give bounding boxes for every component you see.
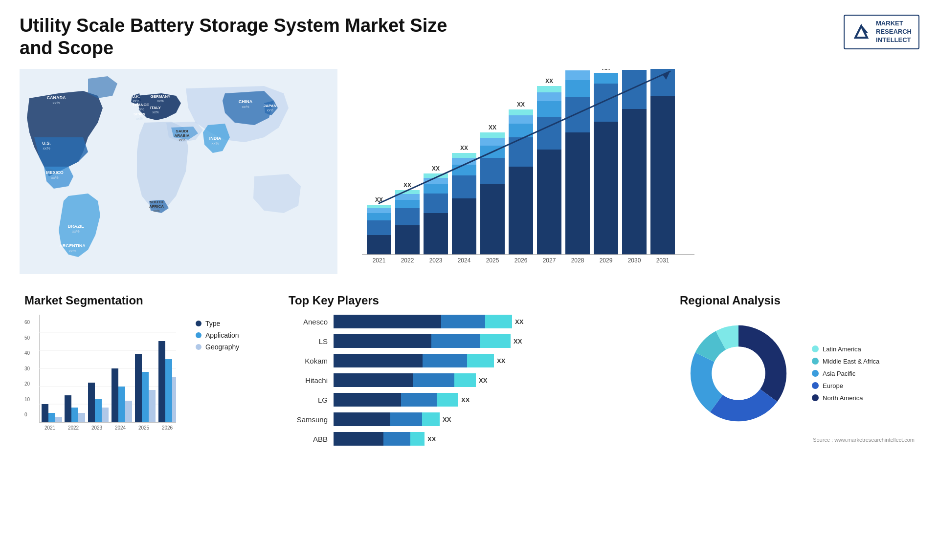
svg-text:2024: 2024: [458, 257, 471, 264]
svg-rect-116: [65, 395, 71, 422]
svg-text:xx%: xx%: [136, 117, 142, 120]
svg-rect-77: [565, 132, 590, 255]
svg-rect-129: [165, 359, 172, 422]
svg-text:XX: XX: [489, 124, 496, 131]
svg-rect-63: [480, 132, 505, 138]
legend-north-america: North America: [812, 394, 879, 402]
svg-text:GERMANY: GERMANY: [151, 94, 171, 99]
svg-text:2024: 2024: [115, 425, 126, 431]
svg-rect-127: [149, 390, 156, 422]
player-row-abb: ABB XX: [289, 432, 650, 446]
svg-rect-87: [622, 70, 647, 109]
svg-text:2026: 2026: [162, 425, 173, 431]
svg-text:xx%: xx%: [43, 146, 50, 151]
geography-dot: [196, 344, 201, 350]
regional-title: Regional Analysis: [680, 294, 915, 307]
svg-rect-82: [594, 122, 618, 255]
svg-rect-84: [594, 73, 618, 84]
svg-text:2023: 2023: [429, 257, 443, 264]
legend-asia-pacific: Asia Pacific: [812, 370, 879, 377]
growth-chart-section: XX XX XX XX: [352, 69, 919, 274]
page-header: Utility Scale Battery Storage System Mar…: [20, 15, 919, 59]
svg-text:2030: 2030: [628, 257, 641, 264]
player-bar-kokam: XX: [334, 354, 650, 367]
player-bar-ls: XX: [334, 334, 650, 348]
svg-rect-62: [480, 138, 505, 146]
logo-text: MARKET RESEARCH INTELLECT: [876, 20, 912, 44]
svg-rect-130: [172, 377, 176, 422]
source-text: Source : www.marketresearchintellect.com: [680, 437, 915, 443]
legend-mea: Middle East & Africa: [812, 358, 879, 365]
player-bar-lg: XX: [334, 393, 650, 407]
svg-rect-74: [537, 92, 561, 101]
legend-type: Type: [196, 320, 239, 327]
svg-text:2022: 2022: [68, 425, 79, 431]
svg-rect-41: [395, 225, 420, 255]
svg-point-142: [712, 347, 765, 400]
player-row-anesco: Anesco XX: [289, 315, 650, 328]
svg-text:xx%: xx%: [137, 108, 144, 111]
svg-rect-47: [424, 213, 448, 255]
svg-text:INDIA: INDIA: [209, 136, 222, 141]
svg-text:xx%: xx%: [51, 175, 58, 180]
players-section: Top Key Players Anesco XX LS: [284, 289, 655, 451]
svg-text:XX: XX: [432, 165, 440, 172]
legend-latin-america: Latin America: [812, 345, 879, 353]
svg-text:ITALY: ITALY: [150, 106, 161, 110]
logo-icon: [851, 22, 871, 42]
svg-text:2023: 2023: [91, 425, 103, 431]
svg-rect-80: [565, 70, 590, 80]
svg-rect-39: [367, 205, 391, 208]
player-bar-abb: XX: [334, 432, 650, 446]
svg-rect-75: [537, 86, 561, 92]
segmentation-title: Market Segmentation: [24, 294, 259, 307]
svg-rect-54: [452, 175, 476, 198]
svg-text:SOUTH: SOUTH: [150, 200, 163, 204]
asia-pacific-dot: [812, 370, 819, 377]
svg-rect-38: [367, 208, 391, 213]
svg-text:SAUDI: SAUDI: [176, 129, 188, 133]
svg-rect-83: [594, 84, 618, 122]
svg-text:xx%: xx%: [211, 141, 219, 146]
svg-text:CHINA: CHINA: [239, 99, 253, 104]
svg-rect-73: [537, 101, 561, 117]
svg-rect-125: [135, 354, 142, 422]
svg-rect-79: [565, 80, 590, 97]
svg-text:xx%: xx%: [179, 138, 185, 142]
svg-rect-65: [509, 167, 533, 255]
svg-text:xx%: xx%: [133, 99, 139, 103]
svg-text:ARABIA: ARABIA: [174, 133, 189, 138]
svg-rect-69: [509, 109, 533, 115]
bottom-section: Market Segmentation 0102030405060: [20, 289, 919, 451]
svg-rect-114: [48, 413, 55, 422]
segmentation-section: Market Segmentation 0102030405060: [20, 289, 264, 451]
svg-text:XX: XX: [517, 101, 525, 108]
player-name-ls: LS: [289, 337, 328, 345]
mea-dot: [812, 358, 819, 365]
svg-text:xx%: xx%: [52, 101, 60, 105]
player-name-abb: ABB: [289, 435, 328, 443]
player-name-samsung: Samsung: [289, 415, 328, 424]
svg-rect-55: [452, 165, 476, 175]
player-row-samsung: Samsung XX: [289, 412, 650, 426]
player-row-hitachi: Hitachi XX: [289, 373, 650, 387]
svg-rect-122: [112, 368, 118, 422]
svg-text:SPAIN: SPAIN: [134, 112, 145, 116]
svg-rect-48: [424, 194, 448, 213]
svg-rect-42: [395, 208, 420, 225]
segmentation-legend: Type Application Geography: [196, 320, 239, 351]
svg-rect-49: [424, 184, 448, 194]
north-america-dot: [812, 394, 819, 401]
svg-rect-128: [158, 341, 165, 422]
regional-legend: Latin America Middle East & Africa Asia …: [812, 345, 879, 402]
type-dot: [196, 321, 201, 326]
legend-geography: Geography: [196, 343, 239, 351]
segmentation-chart: 2021 2022 2023 2024 2025 2026: [39, 315, 176, 432]
svg-rect-113: [42, 404, 48, 422]
player-bar-anesco: XX: [334, 315, 650, 328]
players-title: Top Key Players: [289, 294, 650, 307]
world-map: CANADA xx% U.S. xx% MEXICO xx% BRAZIL xx…: [20, 69, 337, 274]
svg-text:xx%: xx%: [152, 110, 158, 114]
svg-text:ARGENTINA: ARGENTINA: [59, 243, 86, 248]
svg-text:2029: 2029: [600, 257, 613, 264]
